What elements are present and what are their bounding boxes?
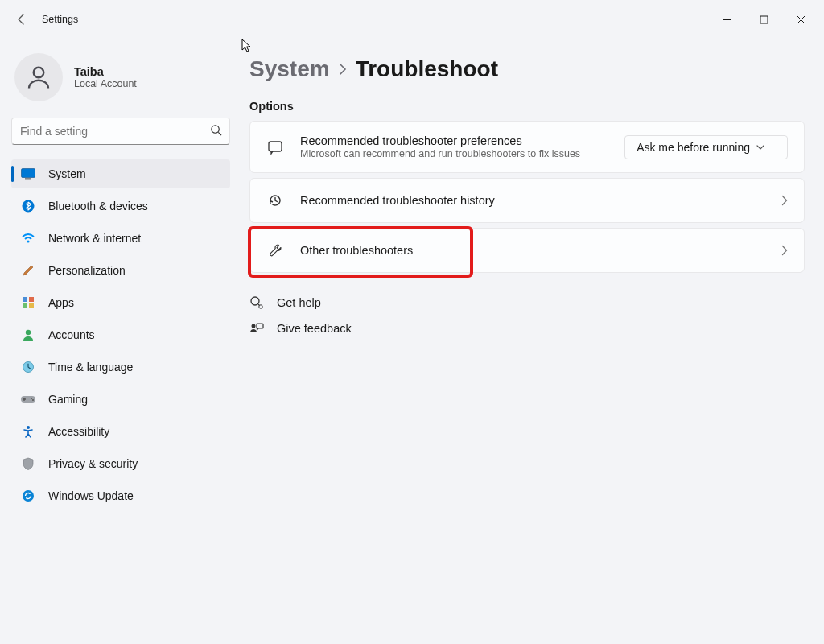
sidebar-item-label: Apps [48, 296, 74, 309]
sidebar-item-bluetooth[interactable]: Bluetooth & devices [11, 192, 230, 221]
wrench-icon [266, 242, 284, 259]
maximize-button[interactable] [745, 6, 782, 32]
search-wrap [11, 118, 230, 145]
sidebar-item-update[interactable]: Windows Update [11, 481, 230, 510]
bluetooth-icon [21, 199, 35, 213]
feedback-icon [249, 321, 264, 336]
avatar [14, 53, 63, 101]
user-name: Taiba [74, 65, 137, 78]
svg-point-13 [26, 330, 31, 335]
minimize-button[interactable] [708, 6, 745, 32]
sidebar-item-label: Accounts [48, 328, 95, 341]
search-input[interactable] [11, 118, 230, 145]
card-title: Recommended troubleshooter history [300, 194, 765, 207]
svg-rect-9 [23, 297, 27, 302]
link-label: Get help [277, 296, 321, 309]
dropdown-value: Ask me before running [637, 141, 750, 154]
user-subtitle: Local Account [74, 78, 137, 89]
minimize-icon [723, 15, 731, 24]
section-title: Options [249, 100, 805, 113]
card-troubleshooter-history[interactable]: Recommended troubleshooter history [249, 178, 805, 223]
gaming-icon [21, 392, 35, 407]
close-button[interactable] [782, 6, 819, 32]
link-label: Give feedback [277, 322, 352, 335]
user-icon [24, 63, 53, 92]
help-links: Get help Give feedback [249, 295, 805, 336]
sidebar-item-label: Gaming [48, 393, 88, 406]
arrow-left-icon [15, 13, 28, 26]
apps-icon [21, 295, 35, 310]
svg-rect-6 [25, 178, 31, 180]
svg-rect-10 [29, 297, 34, 302]
personalization-icon [21, 263, 35, 278]
close-icon [797, 15, 805, 24]
window-controls [708, 6, 819, 32]
search-icon [210, 124, 222, 136]
sidebar-item-label: Bluetooth & devices [48, 200, 148, 213]
chevron-right-icon [338, 62, 348, 76]
network-icon [21, 231, 35, 246]
sidebar: Taiba Local Account System Bluetooth & [0, 39, 241, 644]
svg-point-2 [34, 68, 44, 78]
nav: System Bluetooth & devices Network & int… [11, 159, 230, 510]
update-icon [21, 489, 35, 503]
sidebar-item-apps[interactable]: Apps [11, 288, 230, 317]
sidebar-item-accessibility[interactable]: Accessibility [11, 417, 230, 446]
svg-rect-12 [29, 303, 34, 308]
back-button[interactable] [8, 6, 35, 33]
svg-point-19 [23, 490, 34, 502]
get-help-link[interactable]: Get help [249, 295, 805, 310]
svg-rect-5 [22, 169, 35, 178]
svg-rect-20 [269, 142, 282, 151]
help-icon [249, 295, 264, 310]
svg-rect-11 [23, 303, 27, 308]
maximize-icon [760, 15, 768, 24]
svg-point-16 [31, 398, 32, 399]
breadcrumb-current: Troubleshoot [356, 56, 498, 82]
chevron-right-icon [781, 245, 788, 256]
svg-point-24 [252, 324, 256, 328]
main-content: System Troubleshoot Options Recommended … [241, 39, 824, 644]
card-other-troubleshooters[interactable]: Other troubleshooters [249, 228, 805, 273]
titlebar: Settings [0, 0, 824, 39]
chat-icon [266, 138, 284, 156]
breadcrumb: System Troubleshoot [249, 56, 805, 82]
user-block[interactable]: Taiba Local Account [14, 53, 227, 101]
sidebar-item-label: System [48, 167, 86, 180]
sidebar-item-time[interactable]: Time & language [11, 353, 230, 382]
app-title: Settings [42, 14, 78, 25]
sidebar-item-network[interactable]: Network & internet [11, 224, 230, 253]
privacy-icon [21, 456, 35, 471]
svg-rect-25 [257, 324, 263, 328]
card-subtitle: Microsoft can recommend and run troubles… [300, 148, 608, 159]
chevron-right-icon [781, 195, 788, 206]
sidebar-item-label: Network & internet [48, 232, 141, 245]
sidebar-item-label: Accessibility [48, 425, 109, 438]
sidebar-item-label: Personalization [48, 264, 126, 277]
accessibility-icon [21, 424, 35, 439]
svg-point-8 [27, 240, 29, 242]
sidebar-item-gaming[interactable]: Gaming [11, 385, 230, 414]
card-troubleshooter-preferences[interactable]: Recommended troubleshooter preferences M… [249, 121, 805, 173]
svg-point-18 [27, 426, 30, 429]
history-icon [266, 192, 284, 209]
svg-rect-1 [760, 16, 768, 23]
svg-point-3 [212, 126, 219, 133]
chevron-down-icon [756, 145, 764, 150]
sidebar-item-system[interactable]: System [11, 159, 230, 188]
sidebar-item-privacy[interactable]: Privacy & security [11, 449, 230, 478]
sidebar-item-label: Privacy & security [48, 457, 138, 470]
system-icon [21, 167, 35, 181]
svg-line-4 [218, 132, 221, 135]
preferences-dropdown[interactable]: Ask me before running [624, 135, 788, 159]
sidebar-item-label: Time & language [48, 361, 133, 374]
sidebar-item-label: Windows Update [48, 489, 134, 502]
accounts-icon [21, 328, 35, 342]
card-title: Recommended troubleshooter preferences [300, 134, 608, 147]
sidebar-item-personalization[interactable]: Personalization [11, 256, 230, 285]
sidebar-item-accounts[interactable]: Accounts [11, 320, 230, 349]
breadcrumb-parent[interactable]: System [249, 56, 330, 82]
svg-point-21 [251, 297, 259, 305]
give-feedback-link[interactable]: Give feedback [249, 321, 805, 336]
time-icon [21, 360, 35, 374]
